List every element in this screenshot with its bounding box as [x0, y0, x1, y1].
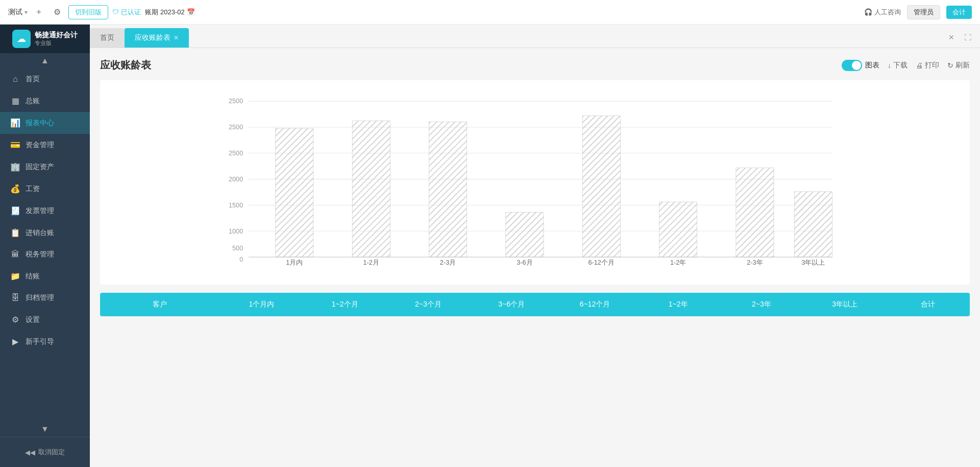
- tax-icon: 🏛: [10, 250, 20, 259]
- user-button[interactable]: 管理员: [907, 5, 940, 19]
- th-1-2year: 1~2年: [636, 293, 720, 316]
- sidebar-item-asset[interactable]: 🏢 固定资产: [0, 156, 90, 178]
- download-label: 下载: [893, 61, 908, 70]
- cancel-fixed-button[interactable]: ◀◀ 取消固定: [0, 442, 90, 462]
- logo-sub: 专业版: [35, 39, 78, 47]
- svg-text:2000: 2000: [229, 176, 243, 183]
- sidebar-item-ledger[interactable]: ▦ 总账: [0, 90, 90, 112]
- sidebar-item-label: 报表中心: [26, 119, 54, 128]
- sidebar-item-invoice[interactable]: 🧾 发票管理: [0, 200, 90, 222]
- bar-1-2year: [659, 202, 697, 257]
- cloud-icon: ☁: [17, 33, 26, 44]
- tab-home[interactable]: 首页: [90, 28, 125, 48]
- main-layout: ☁ 畅捷通好会计 专业版 ▲ ⌂ 首页 ▦ 总账 📊 报表中心 💳: [0, 25, 980, 467]
- bar-1-2month: [352, 121, 390, 257]
- th-1month: 1个月内: [220, 293, 303, 316]
- settings-icon[interactable]: ⚙: [50, 5, 64, 19]
- download-button[interactable]: ↓ 下载: [888, 61, 908, 70]
- period-value: 2023-02: [160, 8, 185, 16]
- sidebar-item-salary[interactable]: 💰 工资: [0, 178, 90, 200]
- project-name: 测试: [8, 8, 22, 17]
- close-tab-button[interactable]: ✕: [945, 31, 958, 43]
- sidebar-item-settings[interactable]: ⚙ 设置: [0, 309, 90, 331]
- chart-toggle-label: 图表: [865, 61, 879, 70]
- sidebar-item-label: 发票管理: [26, 206, 54, 216]
- service-button[interactable]: 🎧 人工咨询: [864, 8, 901, 17]
- sidebar-item-trade[interactable]: 📋 进销台账: [0, 222, 90, 244]
- chart-toggle[interactable]: 图表: [842, 60, 879, 71]
- asset-icon: 🏢: [10, 162, 20, 172]
- logo-icon: ☁: [12, 30, 31, 48]
- sidebar-item-guide[interactable]: ▶ 新手引导: [0, 331, 90, 353]
- bar-chart: 2500 2500 2500 2000 1500 1000 500 0: [110, 90, 960, 274]
- print-button[interactable]: 🖨 打印: [916, 61, 939, 70]
- sidebar-item-label: 首页: [26, 75, 40, 84]
- download-icon: ↓: [888, 61, 891, 69]
- archive-icon: 🗄: [10, 293, 20, 302]
- page-header: 应收账龄表 图表 ↓ 下载 🖨 打印 ↻: [100, 58, 970, 72]
- th-1-2month: 1~2个月: [303, 293, 386, 316]
- sidebar-item-label: 资金管理: [26, 141, 54, 150]
- cert-badge: 🛡 已认证: [112, 8, 141, 17]
- svg-text:2-3月: 2-3月: [440, 259, 456, 266]
- svg-text:0: 0: [239, 256, 243, 263]
- period-info: 账期 2023-02 📅: [145, 8, 195, 17]
- th-3yearplus: 3年以上: [803, 293, 887, 316]
- svg-text:1000: 1000: [229, 228, 243, 235]
- sidebar-item-closing[interactable]: 📁 结账: [0, 265, 90, 287]
- print-icon: 🖨: [916, 61, 923, 69]
- th-2-3year: 2~3年: [720, 293, 803, 316]
- sidebar-item-label: 结账: [26, 272, 40, 281]
- sidebar-item-label: 固定资产: [26, 162, 54, 172]
- calendar-icon[interactable]: 📅: [187, 8, 195, 16]
- add-project-button[interactable]: ＋: [32, 5, 46, 19]
- logo-text: 畅捷通好会计: [35, 31, 78, 39]
- settings-icon: ⚙: [10, 315, 20, 324]
- tab-ar-aging[interactable]: 应收账龄表 ✕: [125, 28, 189, 48]
- svg-text:500: 500: [232, 245, 243, 252]
- scroll-down-arrow[interactable]: ▼: [0, 422, 90, 437]
- period-label: 账期: [145, 8, 158, 17]
- sidebar-scroll: ⌂ 首页 ▦ 总账 📊 报表中心 💳 资金管理 🏢 固定资产 💰 工资: [0, 68, 90, 422]
- print-label: 打印: [925, 61, 939, 70]
- invoice-icon: 🧾: [10, 206, 20, 216]
- project-selector[interactable]: 测试 ▾: [8, 8, 28, 17]
- svg-text:1月内: 1月内: [286, 259, 303, 266]
- expand-tab-button[interactable]: ⛶: [962, 31, 974, 43]
- bar-6-12month: [582, 116, 620, 257]
- refresh-button[interactable]: ↻ 刷新: [947, 61, 970, 70]
- cert-label: 已认证: [121, 8, 141, 17]
- svg-text:2500: 2500: [229, 98, 243, 105]
- tab-bar-actions: ✕ ⛶: [939, 31, 980, 48]
- chart-toggle-switch[interactable]: [842, 60, 862, 71]
- salary-icon: 💰: [10, 184, 20, 194]
- report-icon: 📊: [10, 118, 20, 128]
- svg-text:2500: 2500: [229, 150, 243, 157]
- content-area: 首页 应收账龄表 ✕ ✕ ⛶ 应收账龄表 图表: [90, 25, 980, 467]
- tab-close-icon[interactable]: ✕: [174, 34, 179, 41]
- sidebar-item-label: 税务管理: [26, 250, 54, 259]
- sidebar: ☁ 畅捷通好会计 专业版 ▲ ⌂ 首页 ▦ 总账 📊 报表中心 💳: [0, 25, 90, 467]
- sidebar-item-home[interactable]: ⌂ 首页: [0, 68, 90, 90]
- sidebar-item-tax[interactable]: 🏛 税务管理: [0, 244, 90, 265]
- svg-text:1-2月: 1-2月: [363, 259, 379, 266]
- fund-icon: 💳: [10, 140, 20, 150]
- bar-3yearplus: [794, 192, 832, 257]
- guide-icon: ▶: [10, 337, 20, 346]
- sidebar-item-fund[interactable]: 💳 资金管理: [0, 134, 90, 156]
- sidebar-item-archive[interactable]: 🗄 归档管理: [0, 287, 90, 309]
- ledger-icon: ▦: [10, 96, 20, 106]
- tab-ar-aging-label: 应收账龄表: [135, 33, 170, 42]
- th-6-12month: 6~12个月: [553, 293, 636, 316]
- chart-svg: 2500 2500 2500 2000 1500 1000 500 0: [110, 90, 960, 274]
- role-button[interactable]: 会计: [946, 6, 972, 19]
- bar-2-3month: [429, 122, 467, 257]
- shield-icon: 🛡: [112, 8, 119, 16]
- logo-text-area: 畅捷通好会计 专业版: [35, 31, 78, 47]
- sidebar-item-label: 设置: [26, 315, 40, 324]
- sidebar-item-reports[interactable]: 📊 报表中心: [0, 112, 90, 134]
- th-customer: 客户: [100, 293, 220, 316]
- trade-icon: 📋: [10, 228, 20, 238]
- switch-version-button[interactable]: 切到旧版: [68, 5, 108, 19]
- scroll-up-arrow[interactable]: ▲: [0, 53, 90, 68]
